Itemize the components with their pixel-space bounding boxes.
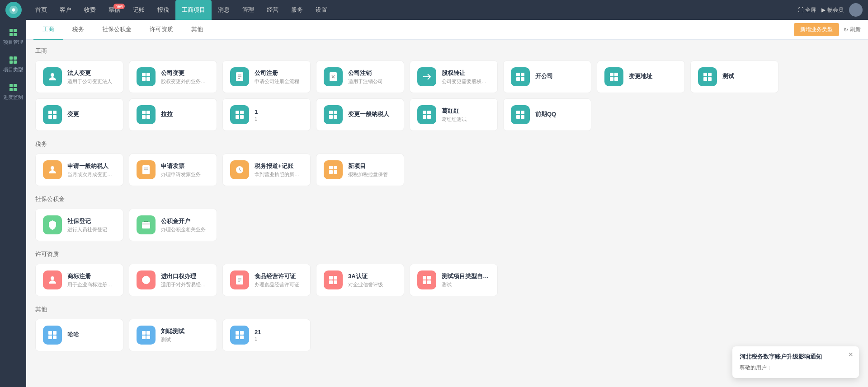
new-type-button[interactable]: 新增业务类型 (794, 23, 839, 36)
sidebar-item-project-type[interactable]: 项目类型 (1, 51, 25, 77)
shuiwu-card-grid: 申请一般纳税人 当月或次月成变更完成 申请发票 办理申请发票业务 (35, 154, 859, 186)
card-qianqi-qq[interactable]: 前期QQ (503, 98, 591, 131)
card-3a-renzheng[interactable]: 3A认证 对企业信誉评级 (316, 264, 404, 296)
card-shipin-xuke[interactable]: 食品经营许可证 办理食品经营许可证 (222, 264, 311, 296)
card-biangeng-nashui[interactable]: 变更一般纳税人 (316, 98, 404, 131)
svg-rect-61 (334, 170, 337, 174)
sidebar-item-project-manage[interactable]: 项目管理 (1, 23, 25, 49)
svg-rect-84 (236, 336, 239, 339)
card-desc-fapiao: 办理申请发票业务 (161, 171, 209, 178)
card-icon-jinchukou (137, 270, 156, 289)
card-title-dizhi: 变更地址 (629, 72, 677, 80)
fullscreen-button[interactable]: ⛶ 全屏 (798, 6, 816, 14)
notification-title: 河北税务数字账户升级影响通知 (740, 353, 852, 361)
card-title-3a: 3A认证 (348, 272, 396, 280)
nav-fee[interactable]: 收费 (78, 0, 102, 20)
vip-button[interactable]: ▶ 畅会员 (821, 6, 844, 14)
card-shangbiao-zhuce[interactable]: 商标注册 用于企业商标注册服务 (35, 264, 123, 296)
card-info-jinchukou: 进出口权办理 适用于对外贸易经营者 (161, 272, 209, 288)
nav-manage[interactable]: 管理 (236, 0, 260, 20)
card-info-3a: 3A认证 对企业信誉评级 (348, 272, 396, 288)
card-desc-ceshi-zidingyi: 测试 (442, 281, 490, 288)
svg-rect-48 (427, 111, 431, 114)
card-lala[interactable]: 拉拉 (129, 98, 217, 131)
card-icon-biangeng2 (43, 105, 62, 124)
card-info-faren: 法人变更 适用于公司变更法人 (67, 69, 116, 85)
card-xin-xiangmu[interactable]: 新项目 报税加税控盘保管 (316, 154, 404, 186)
card-1[interactable]: 1 1 (222, 98, 311, 131)
card-faren-biangeng[interactable]: 法人变更 适用于公司变更法人 (35, 61, 123, 93)
card-info-zhuxiao: 公司注销 适用于注销公司 (348, 69, 396, 85)
card-guquan-zhuanrang[interactable]: 股权转让 公司变更需要股权转让 (410, 61, 498, 93)
tab-xuke[interactable]: 许可资质 (141, 20, 182, 40)
section-title-gongshang: 工商 (35, 47, 859, 55)
svg-rect-9 (14, 84, 17, 87)
svg-rect-40 (240, 111, 244, 114)
tab-shebao[interactable]: 社保公积金 (93, 20, 141, 40)
svg-rect-54 (521, 115, 524, 119)
card-biangeng-dizhi[interactable]: 变更地址 (597, 61, 685, 93)
card-title-21: 21 (255, 329, 303, 336)
card-icon-3a (324, 270, 343, 289)
nav-account[interactable]: 记账 (127, 0, 151, 20)
avatar[interactable] (849, 3, 863, 17)
svg-rect-38 (146, 115, 150, 119)
card-title-gongsi-biangeng: 公司变更 (161, 69, 209, 77)
card-icon-shenqing-nashui (43, 160, 62, 179)
card-icon-faren (43, 67, 62, 86)
card-shuiwu-baodao[interactable]: 税务报道+记账 拿到营业执照的新公司 (222, 154, 311, 186)
card-desc-zhuce: 申请公司注册全流程 (255, 78, 303, 85)
svg-rect-2 (9, 33, 13, 36)
svg-rect-77 (53, 336, 57, 339)
card-gongsi-zhuxiao[interactable]: 公司注销 适用于注销公司 (316, 61, 404, 93)
nav-client[interactable]: 客户 (53, 0, 78, 20)
card-gongsi-zhuce[interactable]: 公司注册 申请公司注册全流程 (222, 61, 311, 93)
card-kai-gongsi[interactable]: 开公司 (503, 61, 591, 93)
nav-items: 首页 客户 收费 票据 new 记账 报税 工商项目 消息 管理 经营 服务 设… (29, 0, 798, 20)
svg-rect-26 (614, 77, 618, 81)
card-info-nashui: 变更一般纳税人 (348, 110, 396, 119)
svg-point-12 (51, 73, 54, 77)
nav-tax[interactable]: 报税 (151, 0, 175, 20)
card-icon-shangbiao (43, 270, 62, 289)
tab-gongshang[interactable]: 工商 (33, 20, 63, 40)
card-desc-gongsi-biangeng: 股权变更外的业务变更 (161, 78, 209, 85)
card-gehonghong[interactable]: 葛红红 葛红红测试 (410, 98, 498, 131)
card-title-haha: 哈哈 (67, 331, 116, 339)
card-liucong-ceshi[interactable]: 刘聪测试 测试 (129, 319, 217, 351)
card-gongsi-biangeng[interactable]: 公司变更 股权变更外的业务变更 (129, 61, 217, 93)
card-info-shipin: 食品经营许可证 办理食品经营许可证 (255, 272, 303, 288)
card-ceshi[interactable]: 测试 (690, 61, 778, 93)
refresh-button[interactable]: ↻ 刷新 (844, 26, 861, 33)
card-icon-gehonghong (417, 105, 436, 124)
nav-operation[interactable]: 经营 (260, 0, 285, 20)
content-area: 工商 法人变更 适用于公司变更法人 公司变更 股权变 (26, 40, 868, 368)
card-info-zhuce: 公司注册 申请公司注册全流程 (255, 69, 303, 85)
card-gongjijin-kaihu[interactable]: 公积金开户 办理公积金相关业务 (129, 209, 217, 241)
nav-message[interactable]: 消息 (212, 0, 236, 20)
notification-close-button[interactable]: ✕ (848, 351, 854, 358)
svg-rect-37 (142, 115, 146, 119)
card-haha[interactable]: 哈哈 (35, 319, 123, 351)
card-jinchukou[interactable]: 进出口权办理 适用于对外贸易经营者 (129, 264, 217, 296)
nav-settings[interactable]: 设置 (309, 0, 334, 20)
nav-industry[interactable]: 工商项目 (175, 0, 212, 20)
logo[interactable] (5, 2, 22, 18)
nav-service[interactable]: 服务 (285, 0, 309, 20)
card-biangeng2[interactable]: 变更 (35, 98, 123, 131)
card-shebao-dengji[interactable]: 社保登记 进行人员社保登记 (35, 209, 123, 241)
svg-rect-30 (708, 77, 712, 81)
svg-point-63 (51, 276, 54, 280)
nav-ticket[interactable]: 票据 new (102, 0, 127, 20)
sidebar-item-progress[interactable]: 进度监测 (1, 79, 25, 104)
tab-shuiwu[interactable]: 税务 (63, 20, 93, 40)
card-title-gongjijin: 公积金开户 (161, 217, 209, 225)
nav-home[interactable]: 首页 (29, 0, 53, 20)
card-title-baodao: 税务报道+记账 (255, 162, 303, 170)
card-21[interactable]: 21 1 (222, 319, 311, 351)
tab-qita[interactable]: 其他 (182, 20, 212, 40)
card-shenqing-nashui[interactable]: 申请一般纳税人 当月或次月成变更完成 (35, 154, 123, 186)
card-desc-zhuxiao: 适用于注销公司 (348, 78, 396, 85)
card-ceshi-zidingyi[interactable]: 测试项目类型自定义 测试 (410, 264, 498, 296)
card-shenqing-fapiao[interactable]: 申请发票 办理申请发票业务 (129, 154, 217, 186)
